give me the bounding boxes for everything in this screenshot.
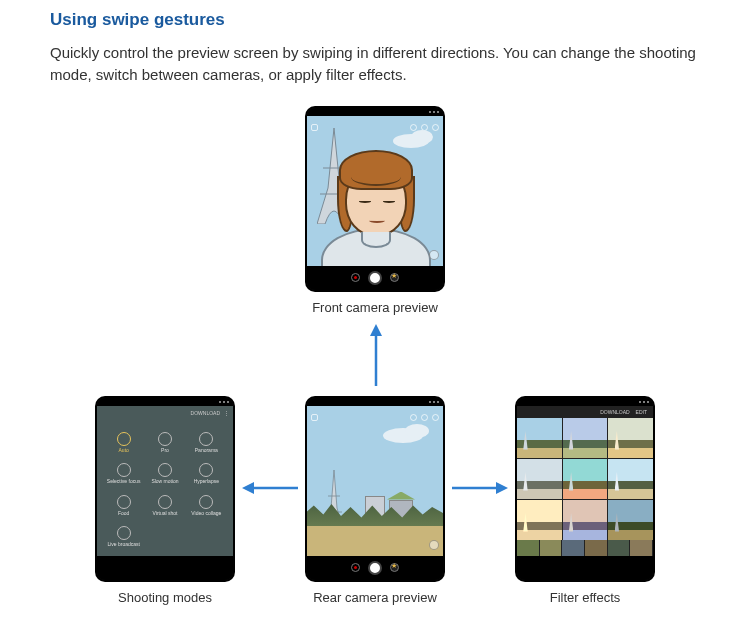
svg-marker-7	[242, 482, 254, 494]
filter-cell	[563, 459, 608, 499]
mode-item: Slow motion	[146, 463, 183, 485]
mode-item: Virtual shot	[146, 495, 183, 517]
arrow-right-icon	[452, 478, 508, 498]
record-button-icon	[351, 273, 360, 282]
swipe-diagram: Front camera preview	[50, 106, 700, 620]
shooting-modes-label: Shooting modes	[95, 590, 235, 605]
filters-edit-label: EDIT	[636, 409, 647, 415]
filter-cell	[517, 418, 562, 458]
arrow-up-icon	[366, 324, 386, 386]
shutter-button-icon	[368, 561, 382, 575]
mode-item: Live broadcast	[105, 526, 142, 548]
filter-cell	[517, 459, 562, 499]
mode-item: Auto	[105, 432, 142, 454]
more-icon: ⋮	[224, 410, 229, 416]
filter-effects-illustration: DOWNLOAD EDIT	[517, 406, 653, 556]
filter-cell	[608, 500, 653, 540]
section-body: Quickly control the preview screen by sw…	[50, 42, 700, 86]
rear-camera-label: Rear camera preview	[305, 590, 445, 605]
effects-button-icon	[390, 563, 399, 572]
phone-filters: DOWNLOAD EDIT	[515, 396, 655, 582]
svg-marker-9	[496, 482, 508, 494]
mode-item: Food	[105, 495, 142, 517]
shutter-button-icon	[368, 271, 382, 285]
front-camera-illustration	[307, 116, 443, 266]
mode-item: Video collage	[188, 495, 225, 517]
filter-cell	[608, 418, 653, 458]
mode-item: Pro	[146, 432, 183, 454]
filters-download-label: DOWNLOAD	[600, 409, 629, 415]
record-button-icon	[351, 563, 360, 572]
modes-download-label: DOWNLOAD	[191, 410, 220, 416]
filter-cell	[563, 418, 608, 458]
node-shooting-modes: DOWNLOAD ⋮ AutoProPanoramaSelective focu…	[95, 396, 235, 605]
mode-item: Selective focus	[105, 463, 142, 485]
phone-modes: DOWNLOAD ⋮ AutoProPanoramaSelective focu…	[95, 396, 235, 582]
section-heading: Using swipe gestures	[50, 10, 700, 30]
phone-rear	[305, 396, 445, 582]
shooting-modes-illustration: DOWNLOAD ⋮ AutoProPanoramaSelective focu…	[97, 406, 233, 556]
filter-cell	[608, 459, 653, 499]
front-camera-label: Front camera preview	[305, 300, 445, 315]
arrow-left-icon	[242, 478, 298, 498]
filter-cell	[563, 500, 608, 540]
rear-camera-illustration	[307, 406, 443, 556]
node-rear-camera: Rear camera preview	[305, 396, 445, 605]
switch-camera-icon	[429, 250, 439, 260]
node-filter-effects: DOWNLOAD EDIT	[515, 396, 655, 605]
filter-cell	[517, 500, 562, 540]
switch-camera-icon	[429, 540, 439, 550]
node-front-camera: Front camera preview	[305, 106, 445, 315]
filter-effects-label: Filter effects	[515, 590, 655, 605]
phone-front	[305, 106, 445, 292]
mode-item: Hyperlapse	[188, 463, 225, 485]
svg-marker-5	[370, 324, 382, 336]
effects-button-icon	[390, 273, 399, 282]
mode-item: Panorama	[188, 432, 225, 454]
